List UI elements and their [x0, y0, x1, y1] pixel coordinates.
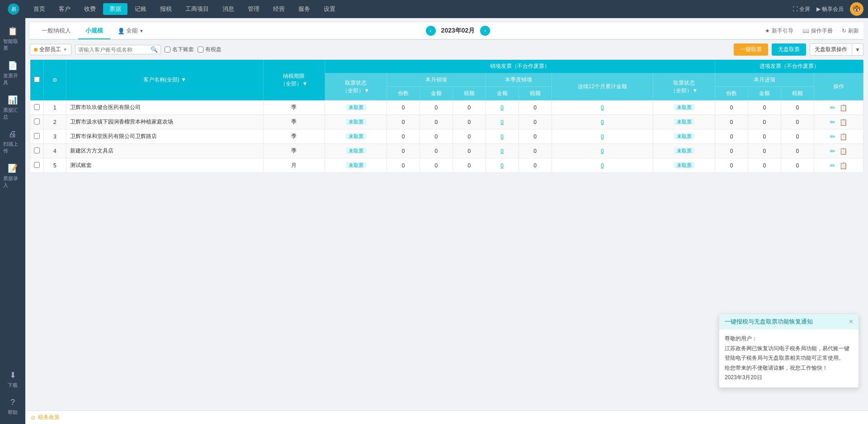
row-no: 2 — [44, 115, 66, 129]
notification-close-btn[interactable]: × — [849, 318, 853, 326]
notification-title: 一键报税与无盘取票功能恢复通知 — [725, 318, 813, 326]
nav-item-服务[interactable]: 服务 — [292, 3, 316, 15]
dropdown-arrow-icon: ▼ — [852, 45, 863, 55]
my-accounts-checkbox[interactable] — [165, 47, 170, 52]
tax-disk-checkbox[interactable] — [198, 47, 203, 52]
nav-item-报税[interactable]: 报税 — [154, 3, 178, 15]
row-client-name: 测试账套 — [66, 158, 263, 173]
sidebar-bottom-帮助[interactable]: ?帮助 — [1, 394, 24, 419]
edit-btn[interactable]: ✏ — [830, 148, 835, 155]
row-sale-month-amt: 0 — [420, 115, 453, 129]
row-action-cell: ✏ 📋 — [814, 158, 863, 173]
row-checkbox[interactable] — [34, 104, 40, 110]
employee-dot — [34, 48, 38, 52]
refresh-icon: ↻ — [842, 28, 846, 34]
th-sale-month-qty: 份数 — [387, 87, 420, 100]
no-disk-fetch-btn[interactable]: 无盘取票 — [772, 43, 806, 56]
row-checkbox[interactable] — [34, 133, 40, 139]
refresh-btn[interactable]: ↻ 刷新 — [842, 27, 859, 35]
row-sale-month-tax: 0 — [453, 129, 486, 144]
row-checkbox[interactable] — [34, 119, 40, 124]
tab-small-scale[interactable]: 小规模 — [78, 23, 110, 39]
select-all-checkbox[interactable] — [34, 76, 40, 82]
edit-btn[interactable]: ✏ — [830, 133, 835, 140]
tax-disk-checkbox-label[interactable]: 有税盘 — [198, 46, 222, 53]
tax-policy-label[interactable]: 税务政策 — [38, 414, 60, 421]
sidebar-label: 发票开具 — [3, 72, 22, 86]
th-settings: ⚙ — [44, 60, 66, 100]
nav-item-经营[interactable]: 经营 — [267, 3, 291, 15]
row-sale-status: 未取票 — [325, 129, 387, 144]
next-month-btn[interactable]: › — [480, 26, 490, 36]
nav-item-设置[interactable]: 设置 — [317, 3, 342, 15]
table-container: ⚙ 客户名称(全部) ▼ 纳税期限（全部）▼ 销项发票（不合作废票） 进项发票（… — [30, 59, 863, 173]
row-sale-quarter-amt: 0 — [486, 144, 519, 158]
sidebar-item-扫描上传[interactable]: 🖨扫描上传 — [1, 126, 24, 158]
nav-item-客户[interactable]: 客户 — [52, 3, 77, 15]
th-sale-status: 取票状态（全部）▼ — [325, 73, 387, 100]
main-table: ⚙ 客户名称(全部) ▼ 纳税期限（全部）▼ 销项发票（不合作废票） 进项发票（… — [30, 59, 863, 173]
no-disk-ops-dropdown[interactable]: 无盘取票操作 ▼ — [810, 43, 863, 56]
sidebar-item-智能取票[interactable]: 📋智能取票 — [1, 23, 24, 55]
row-12m-total: 0 — [552, 129, 653, 144]
row-sale-quarter-tax: 0 — [519, 115, 552, 129]
manual-btn[interactable]: 📖 操作手册 — [802, 27, 833, 35]
sidebar-bottom-下载[interactable]: ⬇下载 — [1, 367, 24, 392]
nav-item-消息[interactable]: 消息 — [216, 3, 241, 15]
sidebar-item-发票开具[interactable]: 📄发票开具 — [1, 57, 24, 90]
th-sale-quarter-tax: 税额 — [519, 87, 552, 100]
nav-item-管理[interactable]: 管理 — [241, 3, 266, 15]
row-checkbox-cell — [30, 100, 44, 115]
nav-item-收费[interactable]: 收费 — [78, 3, 102, 15]
nav-item-首页[interactable]: 首页 — [27, 3, 52, 15]
vip-btn[interactable]: ▶ 畅享会员 — [816, 5, 844, 13]
prev-month-btn[interactable]: ‹ — [426, 26, 436, 36]
edit-btn[interactable]: ✏ — [830, 119, 835, 126]
view-btn[interactable]: 📋 — [840, 104, 847, 111]
table-row: 5 测试账套 月 未取票 0 0 0 0 0 0 未取票 0 0 0 ✏ 📋 — [30, 158, 863, 173]
user-avatar[interactable]: 🐯 — [850, 2, 863, 16]
nav-item-工商项目[interactable]: 工商项目 — [179, 3, 215, 15]
edit-btn[interactable]: ✏ — [830, 162, 835, 169]
tab-all[interactable]: 👤 全能 ▼ — [110, 23, 151, 39]
row-no: 4 — [44, 144, 66, 158]
employee-chevron-icon: ▼ — [63, 47, 67, 52]
sidebar-label: 扫描上传 — [3, 141, 22, 154]
view-btn[interactable]: 📋 — [840, 162, 847, 169]
nav-item-记账[interactable]: 记账 — [128, 3, 153, 15]
employee-select[interactable]: 全部员工 ▼ — [30, 44, 71, 55]
row-no: 1 — [44, 100, 66, 115]
sidebar-item-票据汇总[interactable]: 📊票据汇总 — [1, 91, 24, 124]
my-accounts-checkbox-label[interactable]: 名下账套 — [165, 46, 194, 53]
new-guide-btn[interactable]: ★ 新手引导 — [765, 27, 793, 35]
tab-general-taxpayer[interactable]: 一般纳税人 — [34, 23, 78, 39]
row-sale-status: 未取票 — [325, 100, 387, 115]
nav-item-票据[interactable]: 票据 — [103, 3, 127, 15]
sidebar-icon: 📝 — [8, 163, 18, 173]
th-checkbox — [30, 60, 44, 100]
row-sale-quarter-tax: 0 — [519, 129, 552, 144]
th-quarter-sale: 本季度销项 — [486, 73, 552, 87]
table-row: 3 卫辉市保和堂医药有限公司卫辉路店 季 未取票 0 0 0 0 0 0 未取票… — [30, 129, 863, 144]
row-checkbox[interactable] — [34, 148, 40, 153]
row-sale-quarter-tax: 0 — [519, 100, 552, 115]
view-btn[interactable]: 📋 — [840, 133, 847, 140]
row-purchase-status: 未取票 — [653, 158, 715, 173]
row-sale-quarter-amt: 0 — [486, 129, 519, 144]
search-icon[interactable]: 🔍 — [151, 46, 158, 53]
th-purchase-month-qty: 份数 — [715, 87, 748, 100]
row-sale-month-tax: 0 — [453, 115, 486, 129]
edit-btn[interactable]: ✏ — [830, 104, 835, 111]
fullscreen-btn[interactable]: ⛶ 全屏 — [793, 5, 810, 13]
one-click-fetch-btn[interactable]: 一键取票 — [734, 43, 768, 56]
row-checkbox-cell — [30, 158, 44, 173]
view-btn[interactable]: 📋 — [840, 148, 847, 155]
search-input[interactable] — [78, 47, 151, 53]
view-btn[interactable]: 📋 — [840, 119, 847, 126]
settings-icon[interactable]: ⚙ — [52, 77, 57, 83]
row-purchase-month-tax: 0 — [781, 129, 814, 144]
row-sale-status: 未取票 — [325, 115, 387, 129]
sidebar-item-票据录入[interactable]: 📝票据录入 — [1, 160, 24, 192]
row-checkbox[interactable] — [34, 162, 40, 168]
row-purchase-month-qty: 0 — [715, 100, 748, 115]
